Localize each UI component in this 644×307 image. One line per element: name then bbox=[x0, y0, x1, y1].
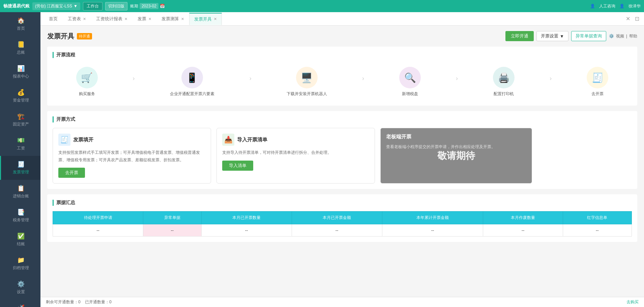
tab-salary-stats-close[interactable]: ✕ bbox=[124, 17, 127, 21]
import-billing-card: 📥 导入开票清单 支持导入待开票清单，可对待开票清单进行拆分、合并处理。 导入清… bbox=[216, 128, 375, 184]
settings-icon: ⚙️ bbox=[17, 280, 25, 288]
tab-invoice-tool[interactable]: 发票开具 ✕ bbox=[189, 13, 222, 25]
coming-soon-label: 敬请期待 bbox=[437, 149, 475, 162]
tab-invoice-close[interactable]: ✕ bbox=[148, 17, 151, 21]
main-layout: 🏠 首页 📒 总账 📊 报表中心 💰 资金管理 🏗️ 固定资产 💵 工资 🧾 发… bbox=[0, 12, 644, 307]
sidebar-item-assets[interactable]: 🏗️ 固定资产 bbox=[0, 108, 40, 132]
period-value: 2023-02 bbox=[140, 3, 158, 9]
tab-invoice-tool-close[interactable]: ✕ bbox=[214, 17, 217, 21]
sidebar-item-purchase[interactable]: 📋 进销台账 bbox=[0, 180, 40, 204]
company-selector[interactable]: (劳创) 江西服宝-LSS ▼ bbox=[32, 2, 80, 10]
sidebar-label-reports: 报表中心 bbox=[13, 74, 29, 79]
settlement-icon: ✅ bbox=[17, 232, 25, 240]
sidebar-item-home[interactable]: 🏠 首页 bbox=[0, 12, 40, 36]
download-robot-label: 下载并安装开票机器人 bbox=[287, 91, 327, 97]
add-taxdisk-label: 新增税盘 bbox=[402, 91, 418, 97]
add-taxdisk-icon: 🔍 bbox=[404, 72, 416, 83]
sidebar-item-guide[interactable]: 🚀 新手引导 bbox=[0, 300, 40, 307]
sidebar-label-funds: 资金管理 bbox=[13, 97, 29, 103]
user-service-label[interactable]: 人工咨询 bbox=[599, 3, 615, 9]
opened-label: 已开通数量：0 bbox=[85, 300, 112, 304]
tab-salary-stats[interactable]: 工资统计报表 ✕ bbox=[91, 13, 133, 25]
import-billing-title: 📥 导入开票清单 bbox=[222, 134, 369, 146]
tab-home[interactable]: 首页 bbox=[44, 13, 63, 25]
sidebar-item-settings[interactable]: ⚙️ 设置 bbox=[0, 276, 40, 300]
top-bar: 畅捷通易代账 (劳创) 江西服宝-LSS ▼ 工作台 切到旧版 账期 2023-… bbox=[0, 0, 644, 12]
old-platform-card: 老板端开票 查看老板端小程序提交的开票申请，并作出相应处理及开票。 敬请期待 bbox=[380, 128, 532, 184]
view-label[interactable]: 视频 bbox=[616, 33, 624, 39]
tab-salary-table-close[interactable]: ✕ bbox=[83, 17, 86, 21]
sidebar-item-settlement[interactable]: ✅ 结账 bbox=[0, 228, 40, 252]
sidebar-label-archive: 归档管理 bbox=[13, 265, 29, 271]
sidebar-item-payroll[interactable]: 💵 工资 bbox=[0, 132, 40, 156]
val-month-count: -- bbox=[201, 224, 292, 236]
tax-icon: 📑 bbox=[17, 208, 25, 216]
invoice-icon: 🧾 bbox=[17, 161, 25, 168]
col-year-amount: 本年累计开票金额 bbox=[382, 212, 483, 224]
calendar-icon[interactable]: 📅 bbox=[160, 4, 165, 8]
tab-salary-table[interactable]: 工资表 ✕ bbox=[63, 13, 91, 25]
period-info: 账期 2023-02 📅 bbox=[130, 3, 165, 9]
abnormal-query-button[interactable]: 异常单据查询 bbox=[571, 31, 606, 41]
summary-table-data-row: -- -- -- -- -- -- -- bbox=[53, 224, 632, 236]
flow-step-buy-service[interactable]: 🛒 购买服务 bbox=[76, 67, 98, 97]
sidebar-item-invoice[interactable]: 🧾 发票管理 bbox=[0, 156, 40, 180]
open-settings-button[interactable]: 开票设置 ▼ bbox=[536, 31, 568, 41]
billing-method-section: 开票方式 🧾 发票填开 支持按照发票样式手工填写开发票；可开具增值税电子普通发票… bbox=[47, 111, 637, 189]
tab-invoice-tool-label: 发票开具 bbox=[194, 16, 212, 22]
config-enterprise-icon: 📱 bbox=[186, 72, 198, 83]
sidebar-item-reports[interactable]: 📊 报表中心 bbox=[0, 60, 40, 84]
buy-link[interactable]: 去购买 bbox=[626, 299, 639, 305]
payroll-icon: 💵 bbox=[17, 137, 25, 144]
tab-home-label: 首页 bbox=[49, 16, 58, 22]
old-platform-title: 老板端开票 bbox=[386, 134, 526, 140]
tab-bar-right-actions: ✕ ⊡ bbox=[624, 15, 641, 23]
funds-icon: 💰 bbox=[17, 89, 25, 96]
help-label[interactable]: 帮助 bbox=[629, 33, 637, 39]
sidebar-item-archive[interactable]: 📁 归档管理 bbox=[0, 252, 40, 276]
summary-table-header-row: 待处理开票申请 异常单据 本月已开票数量 本月已开票金额 本年累计开票金额 本月… bbox=[53, 212, 632, 224]
import-billing-icon: 📥 bbox=[222, 134, 234, 146]
ledger-icon: 📒 bbox=[17, 41, 25, 48]
bottom-info: 剩余可开通数量：0 已开通数量：0 bbox=[46, 299, 112, 305]
import-billing-btn[interactable]: 导入清单 bbox=[222, 161, 253, 171]
tab-restore-icon[interactable]: ⊡ bbox=[634, 15, 641, 23]
tab-close-all-icon[interactable]: ✕ bbox=[624, 15, 632, 23]
tab-invoice[interactable]: 发票 ✕ bbox=[133, 13, 156, 25]
config-printer-icon: 🖨️ bbox=[498, 72, 510, 83]
sidebar-label-settings: 设置 bbox=[17, 289, 25, 295]
flow-steps: 🛒 购买服务 › 📱 企业开通配置开票六要素 › 🖥️ bbox=[53, 63, 632, 100]
sidebar-item-ledger[interactable]: 📒 总账 bbox=[0, 36, 40, 60]
issue-invoice-icon: 🧾 bbox=[592, 72, 604, 83]
tab-invoice-calc-close[interactable]: ✕ bbox=[181, 17, 184, 21]
tab-invoice-calc[interactable]: 发票测算 ✕ bbox=[156, 13, 189, 25]
val-year-amount: -- bbox=[382, 224, 483, 236]
sidebar-label-purchase: 进销台账 bbox=[13, 193, 29, 199]
arrow-1: › bbox=[133, 75, 135, 89]
sidebar-item-tax[interactable]: 📑 税务管理 bbox=[0, 204, 40, 228]
flow-step-download-robot[interactable]: 🖥️ 下载并安装开票机器人 bbox=[287, 67, 327, 97]
config-printer-label: 配置打印机 bbox=[494, 91, 514, 97]
switch-version-button[interactable]: 切到旧版 bbox=[105, 2, 127, 10]
flow-step-config-enterprise[interactable]: 📱 企业开通配置开票六要素 bbox=[170, 67, 214, 97]
tab-bar: 首页 工资表 ✕ 工资统计报表 ✕ 发票 ✕ 发票测算 ✕ 发票开具 ✕ bbox=[40, 12, 644, 26]
sidebar-label-tax: 税务管理 bbox=[13, 217, 29, 223]
help-video-icon: ⚙️ bbox=[609, 34, 614, 38]
manual-billing-card: 🧾 发票填开 支持按照发票样式手工填写开发票；可开具增值税电子普通发票、增值税普… bbox=[53, 128, 211, 184]
settings-dropdown-icon: ▼ bbox=[560, 34, 564, 39]
immediate-open-button[interactable]: 立即开通 bbox=[505, 31, 534, 41]
summary-title: 票据汇总 bbox=[53, 200, 632, 206]
flow-step-issue-invoice[interactable]: 🧾 去开票 bbox=[587, 67, 608, 97]
val-abnormal: -- bbox=[143, 224, 201, 236]
arrow-3: › bbox=[362, 75, 364, 89]
reports-icon: 📊 bbox=[17, 65, 25, 72]
workspace-button[interactable]: 工作台 bbox=[83, 2, 103, 10]
page-title: 发票开具 bbox=[47, 32, 74, 41]
flow-step-config-printer[interactable]: 🖨️ 配置打印机 bbox=[493, 67, 515, 97]
manual-billing-btn[interactable]: 去开票 bbox=[58, 168, 85, 178]
buy-service-icon: 🛒 bbox=[81, 72, 93, 83]
top-bar-left: 畅捷通易代账 (劳创) 江西服宝-LSS ▼ 工作台 切到旧版 账期 2023-… bbox=[3, 2, 165, 10]
home-icon: 🏠 bbox=[17, 17, 25, 24]
flow-step-add-taxdisk[interactable]: 🔍 新增税盘 bbox=[399, 67, 421, 97]
sidebar-item-funds[interactable]: 💰 资金管理 bbox=[0, 84, 40, 108]
